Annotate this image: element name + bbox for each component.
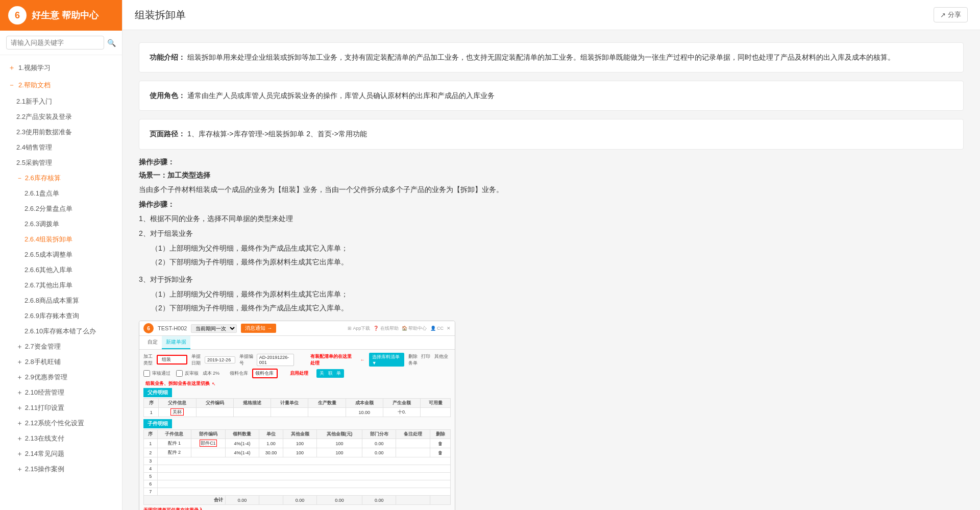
sim-t1-avail [421, 408, 451, 417]
sim-t2-r2-note [396, 448, 430, 457]
sidebar-item-2-13[interactable]: ＋ 2.13在线支付 [0, 431, 122, 446]
sidebar-item-2-3[interactable]: 2.3使用前数据准备 [0, 125, 122, 140]
sidebar-item-2-4[interactable]: 2.4销售管理 [0, 140, 122, 155]
sidebar-item-2-6-9[interactable]: 2.6.9库存账本查询 [0, 308, 122, 324]
operations-block: 操作步骤： 场景一：加工类型选择 当由多个子件材料组装成一个成品的业务为【组装】… [139, 158, 964, 510]
sim-cb-row: 审核通过 反审核 [143, 370, 199, 377]
sim-th-prod-qty: 生产数量 [308, 399, 346, 408]
sim-table2-total-row: 合计 0.00 0.00 0.00 0.00 [144, 496, 451, 505]
sim-total-unit [259, 496, 283, 505]
step2-1: （1）上部明细为父件明细，最终作为产成品生成其它入库单； [139, 242, 964, 255]
path-text: 1、库存核算->库存管理->组装拆卸单 2、首页->常用功能 [187, 130, 367, 138]
sidebar-item-2-2[interactable]: 2.2产品安装及登录 [0, 109, 122, 125]
content-area: 功能介绍： 组装拆卸单用来处理企业组装或拆卸等加工业务，支持有固定装配清单的产品… [122, 30, 980, 510]
sidebar-item-2-5[interactable]: 2.5采购管理 [0, 155, 122, 171]
sidebar-item-2-12[interactable]: ＋ 2.12系统个性化设置 [0, 416, 122, 431]
step3-2: （2）下部明细为子件明细，最终作为产成品生成其它入库单。 [139, 302, 964, 314]
share-icon: ↗ [940, 11, 946, 19]
sim-t2-th-dept: 部门分布 [362, 430, 396, 439]
sim-t2-row7: 7 [144, 488, 451, 496]
sidebar-item-2-1[interactable]: 2.1新手入门 [0, 94, 122, 109]
sim-t2-th-unit: 单位 [259, 430, 283, 439]
search-input[interactable] [6, 36, 104, 50]
sim-form-row2: 审核通过 反审核 成本 2% 领料仓库 领料仓库 启用处理 关 联 单 [143, 369, 451, 378]
sim-period-select[interactable]: 当前期间一次 [191, 324, 237, 333]
sim-warehouse-label: 领料仓库 [230, 370, 248, 377]
sidebar-item-2-6-1[interactable]: 2.6.1盘点单 [0, 186, 122, 201]
ops-steps-title: 操作步骤： [139, 200, 964, 209]
sidebar-item-2-11[interactable]: ＋ 2.11打印设置 [0, 400, 122, 416]
sim-type-select[interactable]: 组装 [157, 355, 187, 365]
sim-t2-r3-empty [157, 457, 450, 465]
sidebar-item-2-14[interactable]: ＋ 2.14常见问题 [0, 446, 122, 462]
sim-table1: 序 父件信息 父件编码 规格描述 计量单位 生产数量 成本金额 产生金额 可用量 [143, 398, 451, 417]
sim-table1-row1: 1 关杯 10.00 十0. [144, 408, 451, 417]
sim-t2-row6: 6 [144, 480, 451, 488]
sim-t2-th-note: 备注处理 [396, 430, 430, 439]
ann-switch: 组装业务、拆卸业务在这里切换 [145, 380, 210, 387]
expand-2-7-icon: ＋ [16, 343, 23, 350]
expand-2-8-icon: ＋ [16, 358, 23, 366]
main-header: 组装拆卸单 ↗ 分享 [122, 0, 980, 30]
sim-t2-r7-empty [157, 488, 450, 496]
search-icon[interactable]: 🔍 [107, 39, 116, 47]
page-title: 组装拆卸单 [135, 8, 186, 22]
sim-t2-r7-seq: 7 [144, 488, 158, 496]
expand-2-12-icon: ＋ [16, 419, 23, 427]
sidebar-item-2-9[interactable]: ＋ 2.9优惠券管理 [0, 370, 122, 385]
step3-1: （1）上部明细为父件明细，最终作为原材料生成其它出库单； [139, 288, 964, 301]
expand-2-11-icon: ＋ [16, 404, 23, 411]
sidebar-item-2-10[interactable]: ＋ 2.10经营管理 [0, 385, 122, 400]
sim-t2-r1-del[interactable]: 🗑 [430, 439, 451, 448]
sidebar-item-2-6-4[interactable]: 2.6.4组装拆卸单 [0, 232, 122, 247]
sim-t2-r2-del[interactable]: 🗑 [430, 448, 451, 457]
sim-th-seq1: 序 [144, 399, 159, 408]
share-button[interactable]: ↗ 分享 [934, 7, 968, 22]
sim-cb-label1: 审核通过 [152, 370, 170, 377]
sim-total-amt2: 0.00 [317, 496, 362, 505]
sim-nav-ziding[interactable]: 自定 [143, 336, 162, 349]
sidebar-item-2-6-8[interactable]: 2.6.8商品成本重算 [0, 293, 122, 308]
sim-del-btn[interactable]: 删除 打印 其他业务单 [408, 353, 451, 367]
sim-warehouse-val[interactable]: 领料仓库 [252, 369, 278, 378]
sidebar-item-2-15[interactable]: ＋ 2.15操作案例 [0, 462, 122, 477]
sim-save-btn[interactable]: 关 联 单 [316, 369, 344, 378]
sim-t1-spec [233, 408, 271, 417]
sim-apps-icon: ⊞ App下载 [348, 325, 370, 332]
sim-t2-th-code: 部件编码 [191, 430, 226, 439]
sim-date-label: 单据日期 [191, 353, 203, 367]
sidebar-item-2-6-10[interactable]: 2.6.10库存账本错了么办 [0, 324, 122, 339]
sidebar-item-2-6-5[interactable]: 2.6.5成本调整单 [0, 247, 122, 262]
sim-th-avail: 可用量 [421, 399, 451, 408]
sim-t2-r2-seq: 2 [144, 448, 158, 457]
sim-number-label: 单据编号 [239, 353, 255, 367]
sidebar-item-2-7[interactable]: ＋ 2.7资金管理 [0, 339, 122, 354]
sim-t2-row4: 4 [144, 465, 451, 473]
sim-t2-row3: 3 [144, 457, 451, 465]
sim-t2-r5-empty [157, 473, 450, 480]
sim-confirm-btn[interactable]: 选择库料清单 ▼ [369, 353, 404, 367]
sidebar-item-2-8[interactable]: ＋ 2.8手机旺铺 [0, 354, 122, 370]
sidebar: 6 好生意 帮助中心 🔍 ＋ 1.视频学习 － 2.帮助文档 2.1新手入门 2… [0, 0, 122, 510]
sim-close-icon[interactable]: ✕ [447, 326, 451, 331]
sidebar-item-2-6-3[interactable]: 2.6.3调拨单 [0, 216, 122, 232]
sim-date-val: 2019-12-26 [205, 356, 235, 363]
sidebar-item-docs[interactable]: － 2.帮助文档 [0, 77, 122, 94]
sidebar-header: 6 好生意 帮助中心 [0, 0, 122, 31]
sim-checkbox1[interactable] [143, 370, 150, 377]
sim-checkbox2[interactable] [176, 370, 183, 377]
sim-t1-unit [271, 408, 308, 417]
ann-enable: 启用处理 [290, 370, 308, 377]
sim-t2-row2: 2 配件 2 4%(1-4) 30.00 100 100 0.00 🗑 [144, 448, 451, 457]
sim-t1-qty [308, 408, 346, 417]
sim-help-icon: ❓ 在线帮助 [373, 325, 399, 332]
path-label: 页面路径： [150, 130, 185, 138]
sim-ann-row: 组装业务、拆卸业务在这里切换 ↖ [143, 380, 451, 387]
sim-nav-new[interactable]: 新建单据 [162, 336, 190, 349]
sidebar-item-2-6-7[interactable]: 2.6.7其他出库单 [0, 278, 122, 293]
sidebar-item-video[interactable]: ＋ 1.视频学习 [0, 59, 122, 77]
sidebar-item-2-6[interactable]: － 2.6库存核算 [0, 171, 122, 186]
sidebar-item-2-6-2[interactable]: 2.6.2分量盘点单 [0, 201, 122, 216]
sim-total-qty: 0.00 [225, 496, 259, 505]
sidebar-item-2-6-6[interactable]: 2.6.6其他入库单 [0, 262, 122, 278]
